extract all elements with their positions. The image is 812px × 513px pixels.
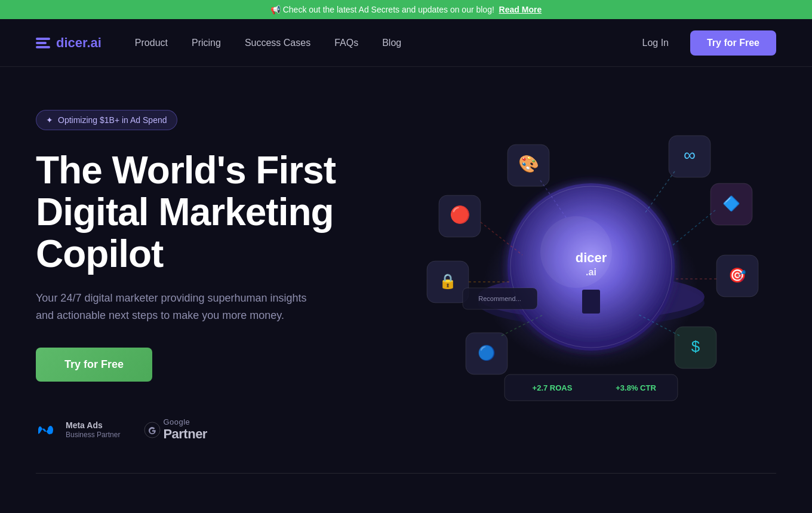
nav-item-product[interactable]: Product xyxy=(125,33,177,53)
svg-text:.ai: .ai xyxy=(586,267,596,277)
partner-logos: Meta Ads Business Partner Google Partner xyxy=(36,417,336,442)
nav-item-pricing[interactable]: Pricing xyxy=(182,33,230,53)
svg-text:$: $ xyxy=(691,337,700,355)
svg-text:+3.8% CTR: +3.8% CTR xyxy=(616,383,656,392)
announcement-banner: 📢 Check out the latest Ad Secrets and up… xyxy=(0,0,812,19)
svg-text:∞: ∞ xyxy=(684,146,696,164)
svg-text:🎨: 🎨 xyxy=(518,154,539,174)
google-partner-logo: Google Partner xyxy=(144,417,207,442)
banner-link[interactable]: Read More xyxy=(499,5,542,14)
hero-badge: ✦ Optimizing $1B+ in Ad Spend xyxy=(36,110,177,130)
hero-content: ✦ Optimizing $1B+ in Ad Spend The World'… xyxy=(36,110,336,443)
logo-text: dicer.ai xyxy=(56,35,102,51)
banner-emoji: 📢 xyxy=(270,5,281,14)
meta-ads-logo: Meta Ads Business Partner xyxy=(36,420,120,440)
hero-section: ✦ Optimizing $1B+ in Ad Spend The World'… xyxy=(0,67,812,473)
logo-icon xyxy=(36,38,50,48)
hero-title: The World's First Digital Marketing Copi… xyxy=(36,149,336,275)
login-button[interactable]: Log In xyxy=(632,33,678,53)
hero-cta-button[interactable]: Try for Free xyxy=(36,348,152,382)
meta-icon xyxy=(36,423,60,437)
meta-text: Meta Ads Business Partner xyxy=(66,420,120,440)
hero-title-line1: The World's First xyxy=(36,149,336,192)
nav-item-faqs[interactable]: FAQs xyxy=(325,33,368,53)
hero-illustration: dicer .ai 🎨 ∞ 🔴 🔷 xyxy=(406,112,776,440)
nav-links: Product Pricing Success Cases FAQs Blog xyxy=(125,33,411,53)
nav-item-success-cases[interactable]: Success Cases xyxy=(235,33,320,53)
banner-text: Check out the latest Ad Secrets and upda… xyxy=(283,5,494,14)
hero-subtitle: Your 24/7 digital marketer providing sup… xyxy=(36,290,322,324)
navbar-try-free-button[interactable]: Try for Free xyxy=(690,30,776,56)
svg-point-0 xyxy=(144,422,160,438)
navbar-right: Log In Try for Free xyxy=(632,30,776,56)
svg-text:+2.7 ROAS: +2.7 ROAS xyxy=(533,383,573,392)
hero-title-line2: Digital Marketing xyxy=(36,191,334,234)
google-icon xyxy=(144,422,161,438)
hero-title-line3: Copilot xyxy=(36,232,163,275)
badge-icon: ✦ xyxy=(46,115,53,125)
badge-text: Optimizing $1B+ in Ad Spend xyxy=(58,115,167,125)
google-text-top: Google xyxy=(163,417,207,426)
svg-text:🔒: 🔒 xyxy=(439,272,457,290)
svg-text:🔵: 🔵 xyxy=(478,344,496,361)
nav-item-blog[interactable]: Blog xyxy=(373,33,411,53)
bottom-divider xyxy=(36,473,776,474)
logo[interactable]: dicer.ai xyxy=(36,35,102,51)
navbar-left: dicer.ai Product Pricing Success Cases F… xyxy=(36,33,411,53)
svg-text:Recommend...: Recommend... xyxy=(478,295,521,302)
svg-rect-9 xyxy=(582,290,600,314)
svg-text:dicer: dicer xyxy=(576,250,607,265)
hero-visual: dicer .ai 🎨 ∞ 🔴 🔷 xyxy=(406,112,776,440)
google-text-bottom: Partner xyxy=(163,426,207,442)
svg-text:🔷: 🔷 xyxy=(722,195,740,212)
svg-text:🔴: 🔴 xyxy=(450,205,470,225)
svg-line-21 xyxy=(672,210,715,246)
navbar: dicer.ai Product Pricing Success Cases F… xyxy=(0,19,812,67)
svg-line-15 xyxy=(645,171,675,213)
svg-text:🎯: 🎯 xyxy=(728,266,746,284)
